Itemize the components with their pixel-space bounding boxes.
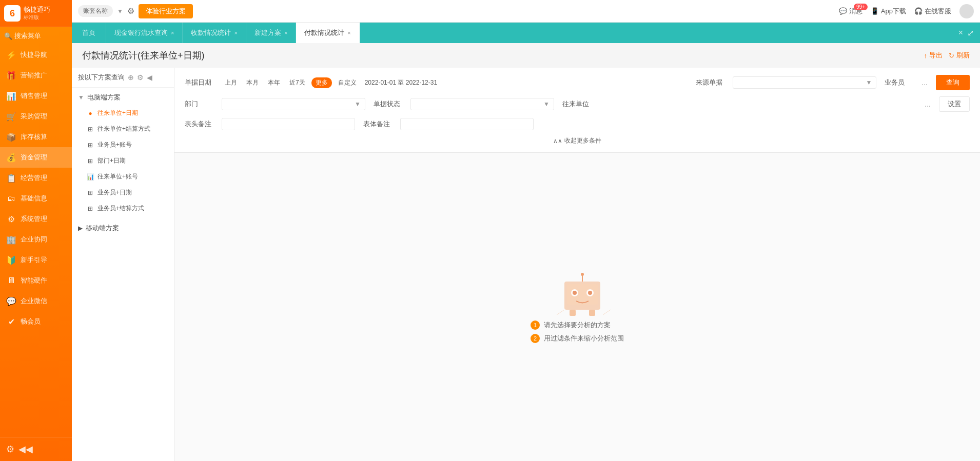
capital-icon: 💰	[6, 152, 16, 163]
settings-button[interactable]: 设置	[939, 96, 970, 112]
online-service-btn[interactable]: 🎧 在线客服	[914, 7, 951, 16]
refresh-icon: ↻	[949, 52, 954, 59]
sidebar-item-wechat[interactable]: 💬 企业微信	[0, 291, 72, 311]
sidebar-item-system[interactable]: ⚙ 系统管理	[0, 209, 72, 229]
sidebar-item-label: 经营管理	[21, 173, 47, 183]
collapse-arrow-icon: ∧∧	[553, 137, 562, 145]
sidebar-item-capital[interactable]: 💰 资金管理	[0, 147, 72, 168]
collapse-panel-icon[interactable]: ◀	[147, 73, 152, 82]
mobile-scheme-group: ▶ 移动端方案	[72, 218, 174, 238]
dept-select[interactable]: ▼	[222, 98, 365, 110]
sidebar-item-basic[interactable]: 🗂 基础信息	[0, 188, 72, 209]
voucher-date-label: 单据日期	[185, 78, 213, 87]
collapse-filter-btn[interactable]: ∧∧ 收起更多条件	[553, 136, 601, 145]
tab-bank-close[interactable]: ×	[171, 30, 174, 36]
tab-new-scheme[interactable]: 新建方案 ×	[246, 23, 296, 43]
svg-line-11	[603, 310, 611, 315]
sidebar-item-marketing[interactable]: 🎁 营销推广	[0, 65, 72, 86]
notifications-badge: 99+	[854, 4, 868, 10]
settings-bottom-icon[interactable]: ⚙	[6, 444, 14, 455]
search-menu[interactable]: 🔍 搜索菜单	[0, 27, 72, 45]
dept-label: 部门	[185, 99, 213, 109]
wechat-icon: 💬	[6, 296, 16, 306]
logo-sub: 标准版	[24, 14, 50, 21]
add-scheme-icon[interactable]: ⊕	[128, 73, 134, 82]
scheme-item-unit-account[interactable]: 📊 往来单位+账号	[72, 169, 174, 185]
scheme-icon: ⊞	[86, 157, 94, 165]
svg-point-7	[581, 273, 584, 276]
staff-dots[interactable]: ...	[922, 78, 928, 87]
logo-name: 畅捷通巧	[24, 6, 50, 14]
collapse-sidebar-icon[interactable]: ◀◀	[18, 444, 33, 455]
sidebar-item-purchase[interactable]: 🛒 采购管理	[0, 106, 72, 127]
topbar-settings-icon[interactable]: ⚙	[127, 6, 134, 16]
scheme-item-label: 业务员+日期	[97, 188, 132, 197]
tab-home[interactable]: 首页	[72, 23, 106, 43]
tab-bank-label: 现金银行流水查询	[114, 28, 168, 37]
date-btn-more[interactable]: 更多	[311, 77, 332, 88]
sidebar-bottom: ⚙ ◀◀	[0, 437, 72, 461]
app-download-btn[interactable]: 📱 App下载	[871, 7, 906, 16]
scheme-item-staff-account[interactable]: ⊞ 业务员+账号	[72, 137, 174, 153]
download-icon: 📱	[871, 7, 879, 15]
hardware-icon: 🖥	[6, 275, 16, 286]
svg-rect-9	[589, 310, 595, 316]
sidebar-item-operation[interactable]: 📋 经营管理	[0, 168, 72, 188]
user-avatar[interactable]	[959, 4, 974, 18]
mobile-group-header[interactable]: ▶ 移动端方案	[72, 221, 174, 236]
scheme-item-staff-date[interactable]: ⊞ 业务员+日期	[72, 185, 174, 201]
date-btn-7days[interactable]: 近7天	[286, 77, 308, 88]
svg-point-5	[588, 291, 592, 295]
status-dropdown-icon: ▼	[543, 101, 550, 108]
scheme-item-label: 业务员+账号	[97, 141, 132, 149]
sidebar-item-guide[interactable]: 🔰 新手引导	[0, 250, 72, 270]
tab-payment-stat[interactable]: 收款情况统计 ×	[183, 23, 246, 43]
source-select[interactable]: ▼	[733, 76, 876, 89]
sidebar-item-inventory[interactable]: 📦 库存核算	[0, 127, 72, 147]
svg-line-10	[557, 310, 564, 315]
account-dropdown-icon[interactable]: ▼	[117, 8, 123, 15]
sidebar-item-label: 销售管理	[21, 91, 47, 101]
date-btn-this-month[interactable]: 本月	[243, 77, 262, 88]
trial-button[interactable]: 体验行业方案	[139, 4, 193, 18]
scheme-item-unit-settle[interactable]: ⊞ 往来单位+结算方式	[72, 121, 174, 137]
tab-payment-stat-close[interactable]: ×	[234, 30, 237, 36]
tab-pay-stat-close[interactable]: ×	[347, 30, 350, 36]
scheme-item-unit-date[interactable]: ● 往来单位+日期	[72, 105, 174, 121]
sidebar-item-enterprise[interactable]: 🏢 企业协同	[0, 229, 72, 250]
tab-close-all-icon[interactable]: ×	[958, 28, 963, 37]
export-button[interactable]: ↑ 导出	[924, 51, 943, 60]
tab-expand-icon[interactable]: ⤢	[967, 28, 974, 38]
marketing-icon: 🎁	[6, 70, 16, 81]
tab-pay-stat[interactable]: 付款情况统计 ×	[296, 23, 359, 43]
notifications-btn[interactable]: 💬 消息 99+	[839, 7, 863, 16]
tip-text-2: 用过滤条件来缩小分析范围	[544, 334, 624, 343]
query-button[interactable]: 查询	[936, 75, 970, 90]
scheme-settings-icon[interactable]: ⚙	[137, 73, 144, 82]
sidebar-item-hardware[interactable]: 🖥 智能硬件	[0, 270, 72, 291]
date-btn-custom[interactable]: 自定义	[335, 77, 360, 88]
quicknav-icon: ⚡	[6, 50, 16, 60]
tab-new-scheme-close[interactable]: ×	[284, 30, 287, 36]
scheme-item-dept-date[interactable]: ⊞ 部门+日期	[72, 153, 174, 169]
mobile-group-label: 移动端方案	[86, 224, 119, 233]
source-label: 来源单据	[696, 78, 724, 87]
unit-dots[interactable]: ...	[925, 100, 931, 108]
sidebar-item-label: 企业协同	[21, 235, 47, 244]
desktop-group-header[interactable]: ▼ 电脑端方案	[72, 90, 174, 105]
date-btn-this-year[interactable]: 本年	[265, 77, 283, 88]
body-note-input[interactable]	[400, 118, 534, 130]
scheme-item-label: 往来单位+账号	[97, 172, 138, 181]
sidebar-item-sales[interactable]: 📊 销售管理	[0, 86, 72, 106]
head-note-input[interactable]	[222, 118, 355, 130]
account-selector[interactable]: 账套名称	[78, 5, 113, 17]
scheme-item-staff-settle[interactable]: ⊞ 业务员+结算方式	[72, 201, 174, 216]
status-select[interactable]: ▼	[410, 98, 554, 110]
sidebar-item-label: 快捷导航	[21, 50, 47, 59]
sidebar-item-member[interactable]: ✔ 畅会员	[0, 311, 72, 332]
refresh-button[interactable]: ↻ 刷新	[949, 51, 970, 60]
empty-state: 1 请先选择要分析的方案 2 用过滤条件来缩小分析范围	[531, 271, 624, 343]
date-btn-last-month[interactable]: 上月	[222, 77, 240, 88]
tab-bank[interactable]: 现金银行流水查询 ×	[106, 23, 183, 43]
sidebar-item-quicknav[interactable]: ⚡ 快捷导航	[0, 45, 72, 65]
